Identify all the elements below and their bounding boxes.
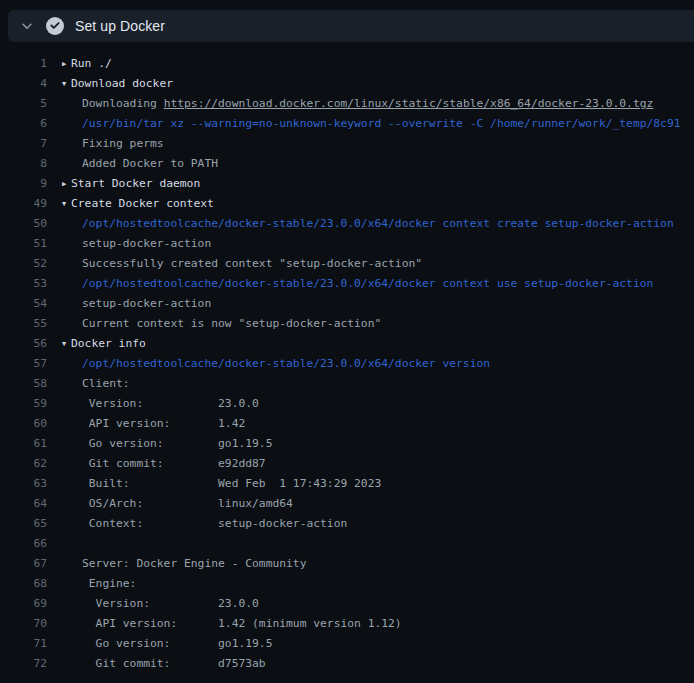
log-text: OS/Arch: linux/amd64 [82, 494, 293, 514]
log-line: 52Successfully created context "setup-do… [0, 254, 694, 274]
log-line: 5Downloading https://download.docker.com… [0, 94, 694, 114]
command-text: /opt/hostedtoolcache/docker-stable/23.0.… [82, 214, 674, 234]
line-number[interactable]: 8 [0, 154, 47, 174]
line-number[interactable]: 71 [0, 634, 47, 654]
line-number[interactable]: 70 [0, 614, 47, 634]
log-text: Fixing perms [82, 134, 164, 154]
log-line: 66 [0, 534, 694, 554]
log-text: API version: 1.42 [82, 414, 245, 434]
line-number[interactable]: 63 [0, 474, 47, 494]
log-text: API version: 1.42 (minimum version 1.12) [82, 614, 402, 634]
line-number[interactable]: 61 [0, 434, 47, 454]
line-number[interactable]: 56 [0, 334, 47, 354]
log-line: 60 API version: 1.42 [0, 414, 694, 434]
log-text: Go version: go1.19.5 [82, 434, 272, 454]
line-number[interactable]: 6 [0, 114, 47, 134]
line-number[interactable]: 54 [0, 294, 47, 314]
log-line: 71 Go version: go1.19.5 [0, 634, 694, 654]
log-line: 67Server: Docker Engine - Community [0, 554, 694, 574]
group-title: Create Docker context [71, 194, 214, 214]
log-line: 63 Built: Wed Feb 1 17:43:29 2023 [0, 474, 694, 494]
step-header[interactable]: Set up Docker [8, 10, 694, 42]
line-number[interactable]: 5 [0, 94, 47, 114]
group-collapsed-icon[interactable]: ▶ [62, 174, 71, 194]
line-number[interactable]: 72 [0, 654, 47, 674]
log-line: 70 API version: 1.42 (minimum version 1.… [0, 614, 694, 634]
log-line: 69 Version: 23.0.0 [0, 594, 694, 614]
line-number[interactable]: 68 [0, 574, 47, 594]
group-expanded-icon[interactable]: ▼ [62, 194, 71, 214]
log-line: 62 Git commit: e92dd87 [0, 454, 694, 474]
log-line: 61 Go version: go1.19.5 [0, 434, 694, 454]
line-number[interactable]: 62 [0, 454, 47, 474]
group-expanded-icon[interactable]: ▼ [62, 334, 71, 354]
line-number[interactable]: 67 [0, 554, 47, 574]
line-number[interactable]: 1 [0, 54, 47, 74]
line-number[interactable]: 7 [0, 134, 47, 154]
log-line: 7Fixing perms [0, 134, 694, 154]
line-number[interactable]: 59 [0, 394, 47, 414]
step-title: Set up Docker [75, 18, 165, 34]
log-line: 72 Git commit: d7573ab [0, 654, 694, 674]
log-text: Current context is now "setup-docker-act… [82, 314, 381, 334]
line-number[interactable]: 66 [0, 534, 47, 554]
group-expanded-icon[interactable]: ▼ [62, 74, 71, 94]
log-text: Version: 23.0.0 [82, 394, 259, 414]
log-text: Version: 23.0.0 [82, 594, 259, 614]
log-viewer: 1▶Run ./4▼Download docker5Downloading ht… [0, 54, 694, 674]
line-number[interactable]: 65 [0, 514, 47, 534]
line-number[interactable]: 58 [0, 374, 47, 394]
group-title: Start Docker daemon [71, 174, 200, 194]
log-line[interactable]: 4▼Download docker [0, 74, 694, 94]
line-number[interactable]: 49 [0, 194, 47, 214]
log-text: Git commit: e92dd87 [82, 454, 266, 474]
log-text: setup-docker-action [82, 234, 211, 254]
log-line: 50/opt/hostedtoolcache/docker-stable/23.… [0, 214, 694, 234]
log-line[interactable]: 49▼Create Docker context [0, 194, 694, 214]
log-line: 59 Version: 23.0.0 [0, 394, 694, 414]
command-text: /opt/hostedtoolcache/docker-stable/23.0.… [82, 274, 653, 294]
command-text: /opt/hostedtoolcache/docker-stable/23.0.… [82, 354, 490, 374]
log-line[interactable]: 56▼Docker info [0, 334, 694, 354]
line-number[interactable]: 51 [0, 234, 47, 254]
line-number[interactable]: 60 [0, 414, 47, 434]
line-number[interactable]: 52 [0, 254, 47, 274]
line-number[interactable]: 9 [0, 174, 47, 194]
group-title: Run ./ [71, 54, 112, 74]
line-number[interactable]: 64 [0, 494, 47, 514]
log-text: Built: Wed Feb 1 17:43:29 2023 [82, 474, 381, 494]
log-line: 64 OS/Arch: linux/amd64 [0, 494, 694, 514]
log-line: 65 Context: setup-docker-action [0, 514, 694, 534]
log-line: 8Added Docker to PATH [0, 154, 694, 174]
line-number[interactable]: 53 [0, 274, 47, 294]
group-collapsed-icon[interactable]: ▶ [62, 54, 71, 74]
log-text: Added Docker to PATH [82, 154, 218, 174]
log-line: 53/opt/hostedtoolcache/docker-stable/23.… [0, 274, 694, 294]
log-line[interactable]: 1▶Run ./ [0, 54, 694, 74]
log-text: Client: [82, 374, 130, 394]
log-url-link[interactable]: https://download.docker.com/linux/static… [164, 94, 654, 114]
log-line: 55Current context is now "setup-docker-a… [0, 314, 694, 334]
log-text: Git commit: d7573ab [82, 654, 266, 674]
log-text: setup-docker-action [82, 294, 211, 314]
line-number[interactable]: 50 [0, 214, 47, 234]
chevron-down-icon[interactable] [20, 19, 34, 33]
line-number[interactable]: 55 [0, 314, 47, 334]
line-number[interactable]: 69 [0, 594, 47, 614]
group-title: Download docker [71, 74, 173, 94]
line-number[interactable]: 4 [0, 74, 47, 94]
log-text: Go version: go1.19.5 [82, 634, 272, 654]
log-line: 51setup-docker-action [0, 234, 694, 254]
log-text: Successfully created context "setup-dock… [82, 254, 422, 274]
log-line: 57/opt/hostedtoolcache/docker-stable/23.… [0, 354, 694, 374]
log-line[interactable]: 9▶Start Docker daemon [0, 174, 694, 194]
log-line: 58Client: [0, 374, 694, 394]
log-text: Context: setup-docker-action [82, 514, 347, 534]
log-text: Downloading [82, 94, 164, 114]
log-line: 54setup-docker-action [0, 294, 694, 314]
command-text: /usr/bin/tar xz --warning=no-unknown-key… [82, 114, 681, 134]
log-text: Engine: [82, 574, 136, 594]
log-line: 68 Engine: [0, 574, 694, 594]
group-title: Docker info [71, 334, 146, 354]
line-number[interactable]: 57 [0, 354, 47, 374]
